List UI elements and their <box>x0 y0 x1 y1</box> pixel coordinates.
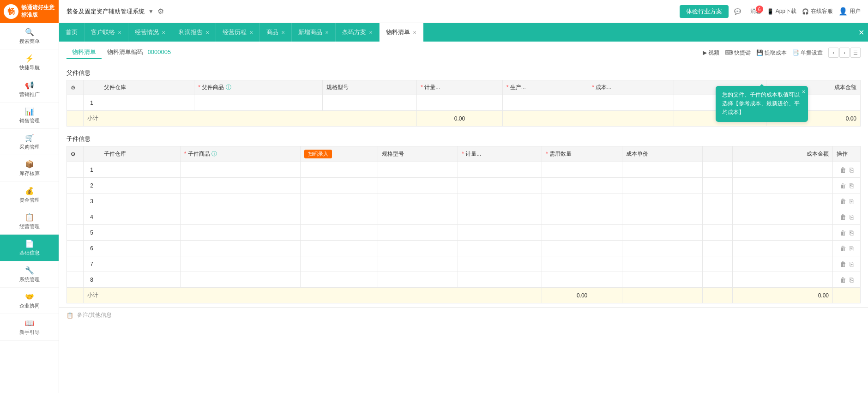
app-download-button[interactable]: 📱 App下载 <box>767 7 796 15</box>
sidebar-item-quick[interactable]: ⚡ 快捷导航 <box>0 49 59 76</box>
child-row-spec-0[interactable] <box>378 162 458 178</box>
list-view-button[interactable]: ☰ <box>850 48 861 58</box>
child-row-warehouse-3[interactable] <box>100 209 181 225</box>
tab-profit-close[interactable]: ✕ <box>205 30 209 35</box>
child-row-goods-5[interactable] <box>180 241 301 256</box>
child-col-scan[interactable]: 扫码录入 <box>301 146 378 162</box>
child-row-unit-4[interactable] <box>458 225 528 241</box>
tab-customer-close[interactable]: ✕ <box>118 30 121 35</box>
child-row-goods-1[interactable] <box>180 178 301 193</box>
delete-icon-1[interactable]: 🗑 <box>840 182 846 189</box>
parent-col-settings[interactable]: ⚙ <box>67 80 84 95</box>
child-row-spec-2[interactable] <box>378 193 458 209</box>
scan-button[interactable]: 扫码录入 <box>304 150 332 158</box>
copy-icon-2[interactable]: ⎘ <box>850 198 853 205</box>
child-row-goods-6[interactable] <box>180 256 301 272</box>
tab-add-goods-close[interactable]: ✕ <box>325 30 329 35</box>
tab-history[interactable]: 经营历程 ✕ <box>216 23 260 42</box>
parent-row-goods[interactable] <box>194 95 323 111</box>
child-col-settings[interactable]: ⚙ <box>67 146 84 162</box>
copy-icon-1[interactable]: ⎘ <box>850 182 853 189</box>
delete-icon-4[interactable]: 🗑 <box>840 229 846 236</box>
single-setting-action[interactable]: 📑 单据设置 <box>792 49 823 57</box>
child-row-goods-0[interactable] <box>180 162 301 178</box>
child-row-qty-2[interactable] <box>542 193 622 209</box>
delete-icon-0[interactable]: 🗑 <box>840 166 846 174</box>
tab-bom-close[interactable]: ✕ <box>413 30 416 35</box>
sidebar-item-finance[interactable]: 💰 资金管理 <box>0 182 59 208</box>
child-row-unit-price-1[interactable] <box>622 178 702 193</box>
child-row-unit-price-7[interactable] <box>622 272 702 288</box>
settings-icon[interactable]: ⚙ <box>157 7 164 16</box>
delete-icon-6[interactable]: 🗑 <box>840 260 846 268</box>
sidebar-item-inventory[interactable]: 📦 库存核算 <box>0 155 59 181</box>
copy-icon-4[interactable]: ⎘ <box>850 229 853 236</box>
child-row-unit-7[interactable] <box>458 272 528 288</box>
child-row-qty-6[interactable] <box>542 256 622 272</box>
parent-row-warehouse[interactable] <box>100 95 194 111</box>
child-row-qty-5[interactable] <box>542 241 622 256</box>
tab-situation[interactable]: 经营情况 ✕ <box>128 23 172 42</box>
tooltip-close-button[interactable]: × <box>802 88 805 97</box>
extract-action[interactable]: 💾 提取成本 <box>756 49 787 57</box>
child-row-goods-3[interactable] <box>180 209 301 225</box>
user-button[interactable]: 👤 用户 <box>838 7 861 16</box>
child-row-spec-7[interactable] <box>378 272 458 288</box>
child-row-qty-3[interactable] <box>542 209 622 225</box>
child-row-spec-5[interactable] <box>378 241 458 256</box>
delete-icon-5[interactable]: 🗑 <box>840 245 846 252</box>
child-row-goods-4[interactable] <box>180 225 301 241</box>
parent-row-cost[interactable] <box>588 95 674 111</box>
parent-row-spec[interactable] <box>322 95 416 111</box>
delete-icon-2[interactable]: 🗑 <box>840 198 846 205</box>
child-row-goods-2[interactable] <box>180 193 301 209</box>
sidebar-item-sales[interactable]: 📊 销售管理 <box>0 103 59 129</box>
sidebar-item-marketing[interactable]: 📢 营销推广 <box>0 76 59 103</box>
child-row-qty-1[interactable] <box>542 178 622 193</box>
tab-barcode-close[interactable]: ✕ <box>369 30 373 35</box>
tab-situation-close[interactable]: ✕ <box>162 30 165 35</box>
child-row-spec-4[interactable] <box>378 225 458 241</box>
delete-icon-3[interactable]: 🗑 <box>840 213 846 221</box>
copy-icon-6[interactable]: ⎘ <box>850 260 853 268</box>
child-row-unit-price-4[interactable] <box>622 225 702 241</box>
child-row-warehouse-2[interactable] <box>100 193 181 209</box>
child-row-unit-3[interactable] <box>458 209 528 225</box>
child-row-warehouse-6[interactable] <box>100 256 181 272</box>
child-row-unit-1[interactable] <box>458 178 528 193</box>
child-row-unit-0[interactable] <box>458 162 528 178</box>
sidebar-item-coop[interactable]: 🤝 企业协同 <box>0 288 59 314</box>
child-row-unit-price-6[interactable] <box>622 256 702 272</box>
child-row-unit-6[interactable] <box>458 256 528 272</box>
dropdown-arrow-icon[interactable]: ▼ <box>148 8 154 15</box>
next-page-button[interactable]: › <box>839 48 850 58</box>
child-row-warehouse-0[interactable] <box>100 162 181 178</box>
child-row-warehouse-4[interactable] <box>100 225 181 241</box>
child-row-qty-4[interactable] <box>542 225 622 241</box>
child-row-warehouse-1[interactable] <box>100 178 181 193</box>
sidebar-item-ops[interactable]: 📋 经营管理 <box>0 208 59 235</box>
child-row-unit-price-3[interactable] <box>622 209 702 225</box>
delete-icon-7[interactable]: 🗑 <box>840 276 846 284</box>
tab-barcode[interactable]: 条码方案 ✕ <box>336 23 380 42</box>
child-row-unit-5[interactable] <box>458 241 528 256</box>
child-row-qty-0[interactable] <box>542 162 622 178</box>
tab-home[interactable]: 首页 <box>59 23 84 42</box>
close-all-icon[interactable]: ✕ <box>858 28 864 37</box>
trial-button[interactable]: 体验行业方案 <box>680 5 729 18</box>
tab-goods[interactable]: 商品 ✕ <box>260 23 292 42</box>
child-row-spec-1[interactable] <box>378 178 458 193</box>
copy-icon-5[interactable]: ⎘ <box>850 245 853 252</box>
copy-icon-7[interactable]: ⎘ <box>850 276 853 284</box>
tab-add-goods[interactable]: 新增商品 ✕ <box>292 23 336 42</box>
parent-row-produce[interactable] <box>502 95 588 111</box>
child-row-unit-price-5[interactable] <box>622 241 702 256</box>
copy-icon-0[interactable]: ⎘ <box>850 166 853 174</box>
child-row-qty-7[interactable] <box>542 272 622 288</box>
child-row-warehouse-5[interactable] <box>100 241 181 256</box>
child-row-unit-2[interactable] <box>458 193 528 209</box>
tab-bom[interactable]: 物料清单 ✕ <box>380 23 423 42</box>
online-service-button[interactable]: 🎧 在线客服 <box>802 7 833 15</box>
shortcut-action[interactable]: ⌨ 快捷键 <box>725 49 751 57</box>
sidebar-item-purchase[interactable]: 🛒 采购管理 <box>0 129 59 155</box>
